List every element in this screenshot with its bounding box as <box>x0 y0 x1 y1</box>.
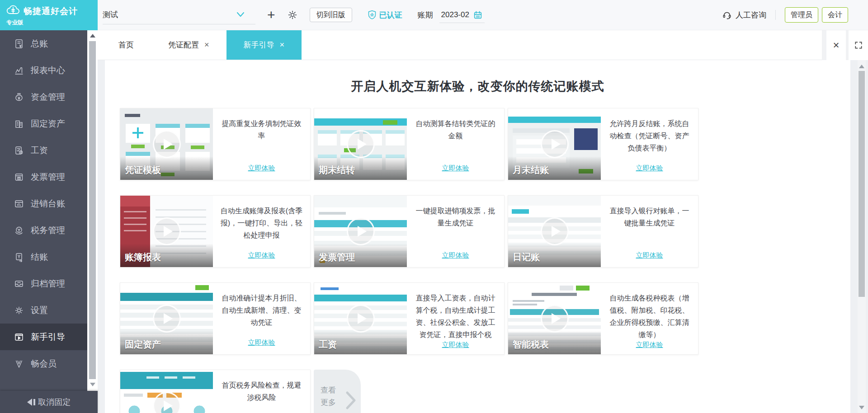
play-button-icon <box>347 217 375 245</box>
sidebar-item-label: 报表中心 <box>31 65 65 76</box>
feature-description: 首页税务风险检查，规避涉税风险 <box>213 370 310 413</box>
fixed-assets-icon <box>14 118 24 129</box>
page-title: 开启人机交互新体验，改变你的传统记账模式 <box>105 78 850 94</box>
close-icon: × <box>833 39 839 52</box>
sidebar-item-label: 税务管理 <box>31 225 65 236</box>
video-thumbnail[interactable]: 智能税表 <box>508 283 601 354</box>
try-now-link[interactable]: 立即体验 <box>248 251 275 260</box>
brand-logo[interactable]: 畅捷通好会计 专业版 <box>0 0 98 30</box>
svg-text:企: 企 <box>369 12 374 17</box>
close-all-tabs-button[interactable]: × <box>826 30 846 60</box>
sidebar-item-label: 归档管理 <box>31 278 65 290</box>
video-title: 月末结账 <box>513 164 549 176</box>
add-account-button[interactable]: + <box>267 8 275 22</box>
sidebar-item-general-ledger[interactable]: 总账 <box>0 30 87 57</box>
period-picker[interactable]: 2023-02 <box>439 7 485 23</box>
sidebar-item-label: 资金管理 <box>31 91 65 103</box>
page-scrollbar[interactable] <box>858 60 866 413</box>
try-now-link[interactable]: 立即体验 <box>636 251 663 260</box>
video-thumbnail[interactable]: 凭证模板 <box>120 108 213 180</box>
feature-grid: 凭证模板 提高重复业务填制凭证效率 立即体验 期末结转 自动测算各结转类凭证的金… <box>120 108 698 413</box>
video-thumbnail[interactable]: 固定资产 <box>120 283 213 354</box>
try-now-link[interactable]: 立即体验 <box>248 338 275 347</box>
try-now-link[interactable]: 立即体验 <box>636 341 663 349</box>
try-now-link[interactable]: 立即体验 <box>442 164 469 173</box>
scroll-down-icon[interactable] <box>90 383 95 386</box>
tab-home[interactable]: 首页 <box>101 30 151 60</box>
calendar-icon <box>473 10 483 20</box>
feature-description: 自动生成各税种税表（增值税、附加税、印花税、企业所得税预缴、汇算清缴等） <box>601 283 698 341</box>
fullscreen-button[interactable] <box>849 30 868 60</box>
sidebar-item-label: 工资 <box>31 145 48 156</box>
sidebar-item-invoice[interactable]: 发票管理 <box>0 164 87 190</box>
video-thumbnail[interactable]: 工资 <box>314 283 407 354</box>
try-now-link[interactable]: 立即体验 <box>248 164 275 173</box>
scroll-up-icon[interactable] <box>90 34 95 38</box>
report-center-icon <box>14 65 24 76</box>
gear-icon <box>287 9 298 20</box>
company-select[interactable]: 测试 <box>103 5 255 24</box>
video-title: 工资 <box>319 338 337 351</box>
tab-voucher-config[interactable]: 凭证配置 × <box>151 30 226 60</box>
video-thumbnail[interactable]: 发票管理 <box>314 196 407 267</box>
content-panel: 开启人机交互新体验，改变你的传统记账模式 凭证模板 提高重复业务填制凭证效率 立… <box>105 60 850 413</box>
try-now-link[interactable]: 立即体验 <box>636 164 663 173</box>
admin-role-button[interactable]: 管理员 <box>785 7 818 23</box>
sidebar-item-member[interactable]: 畅会员 <box>0 350 87 377</box>
video-thumbnail[interactable]: 日记账 <box>508 196 601 267</box>
video-title: 发票管理 <box>319 251 355 263</box>
video-thumbnail[interactable] <box>120 370 213 413</box>
brand-edition: 专业版 <box>6 19 98 27</box>
certified-badge[interactable]: 企 已认证 <box>368 10 402 20</box>
topbar-divider <box>775 10 776 20</box>
switch-old-version-button[interactable]: 切到旧版 <box>310 8 352 22</box>
cloud-yuan-icon <box>6 5 20 18</box>
sidebar-item-label: 新手引导 <box>31 331 65 343</box>
video-title: 凭证模板 <box>125 164 161 176</box>
sidebar-item-settings[interactable]: 设置 <box>0 297 87 324</box>
video-title: 智能税表 <box>513 338 549 351</box>
sidebar-item-report-center[interactable]: 报表中心 <box>0 57 87 84</box>
sidebar: 畅捷通好会计 专业版 总账 报表中心 资金管理 固定资产 <box>0 0 98 413</box>
try-now-link[interactable]: 立即体验 <box>442 251 469 260</box>
sidebar-item-trade-ledger[interactable]: 进销台账 <box>0 190 87 217</box>
sidebar-scrollbar[interactable] <box>87 30 98 391</box>
app-window: 畅捷通好会计 专业版 总账 报表中心 资金管理 固定资产 <box>0 0 868 413</box>
scroll-up-icon[interactable] <box>859 65 864 68</box>
feature-card-voucher-template: 凭证模板 提高重复业务填制凭证效率 立即体验 <box>120 108 311 180</box>
period-value: 2023-02 <box>441 10 469 19</box>
tab-close-icon[interactable]: × <box>204 40 209 50</box>
accountant-role-button[interactable]: 会计 <box>822 7 848 23</box>
tab-close-icon[interactable]: × <box>280 40 285 50</box>
play-button-icon <box>153 305 181 333</box>
human-consult-button[interactable]: 人工咨询 <box>722 10 766 20</box>
tab-actions: × <box>822 30 868 60</box>
view-more-button[interactable]: 查看更多 <box>314 370 361 413</box>
try-now-link[interactable]: 立即体验 <box>442 341 469 349</box>
tab-beginner-guide[interactable]: 新手引导 × <box>226 30 302 60</box>
unpin-sidebar-button[interactable]: 取消固定 <box>0 391 98 413</box>
sidebar-item-fixed-assets[interactable]: 固定资产 <box>0 110 87 137</box>
video-thumbnail[interactable]: 月末结账 <box>508 108 601 180</box>
feature-description: 自动测算各结转类凭证的金额 <box>407 108 504 164</box>
sidebar-item-label: 结账 <box>31 251 48 263</box>
brand-name: 畅捷通好会计 <box>24 5 78 17</box>
scroll-down-icon[interactable] <box>859 406 864 409</box>
play-button-icon <box>347 305 375 333</box>
video-title: 日记账 <box>513 251 540 263</box>
view-more-label: 查看更多 <box>321 384 338 408</box>
sidebar-item-archive[interactable]: 归档管理 <box>0 270 87 297</box>
sidebar-item-tax[interactable]: 税务管理 <box>0 217 87 244</box>
sidebar-scrollbar-thumb[interactable] <box>89 41 96 379</box>
sidebar-item-salary[interactable]: 工资 <box>0 137 87 164</box>
video-thumbnail[interactable]: 账簿报表 <box>120 196 213 267</box>
sidebar-item-funds[interactable]: 资金管理 <box>0 84 87 110</box>
feature-card-books-reports: 账簿报表 自动生成账簿及报表(含季报)，一键打印、导出，轻松处理申报 立即体验 <box>120 195 311 268</box>
page-scrollbar-thumb[interactable] <box>859 71 865 297</box>
video-thumbnail[interactable]: 期末结转 <box>314 108 407 180</box>
feature-description: 自动准确计提本月折旧、自动生成新增、清理、变动凭证 <box>213 283 310 338</box>
chevron-right-icon <box>345 390 357 410</box>
sidebar-item-closing[interactable]: 结账 <box>0 244 87 270</box>
sidebar-item-beginner-guide[interactable]: 新手引导 <box>0 324 87 350</box>
account-settings-button[interactable] <box>287 9 298 20</box>
